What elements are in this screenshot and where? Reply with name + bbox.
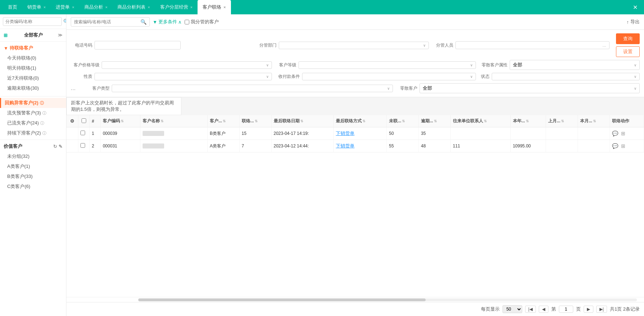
search-icon[interactable]: 🔍 <box>140 19 147 25</box>
search-field: 🔍 <box>71 17 150 27</box>
payment-terms-field: 收付款条件 ∨ <box>275 73 476 80</box>
sidebar-item-today-contact[interactable]: 今天待联络(0) <box>0 53 66 63</box>
sort-method-icon[interactable]: ⇅ <box>362 119 365 123</box>
last-page-button[interactable]: ▶| <box>596 306 607 313</box>
settings-button[interactable]: 设置 <box>616 46 640 57</box>
sort-date-icon[interactable]: ⇅ <box>300 119 303 123</box>
status-arrow-icon: ∨ <box>634 75 636 79</box>
search-input[interactable] <box>74 19 140 24</box>
close-sales-tab[interactable]: × <box>43 5 46 9</box>
grid-action-icon-2[interactable]: ⊞ <box>621 143 625 149</box>
close-purchase-tab[interactable]: × <box>72 5 74 9</box>
price-level-label: 客户价格等级 <box>71 62 99 68</box>
sort-uncontacted-icon[interactable]: ⇅ <box>402 119 405 123</box>
nav-tab-product-analysis-list[interactable]: 商品分析列表 × <box>112 0 155 14</box>
gender-select[interactable]: ∨ <box>94 73 272 80</box>
td-contact-count-2: 7 <box>239 140 271 152</box>
scrollbar-thumb[interactable] <box>138 298 426 301</box>
td-this-year-1 <box>510 127 546 140</box>
retail-customer-arrow-icon: ∨ <box>634 86 636 90</box>
sidebar-item-7days-contact[interactable]: 近7天待联络(0) <box>0 73 66 83</box>
sidebar-item-lost-warning[interactable]: 流失预警客户(3) ⓘ <box>0 108 66 118</box>
phone-field: 电话号码 <box>71 41 249 49</box>
sort-contact-icon[interactable]: ⇅ <box>255 119 258 123</box>
sort-lastmonth-icon[interactable]: ⇅ <box>561 119 564 123</box>
branch-dept-select[interactable]: ∨ <box>279 42 429 49</box>
close-contact-tab[interactable]: × <box>223 5 226 9</box>
sort-code-icon[interactable]: ⇅ <box>121 119 124 123</box>
sidebar-item-declining[interactable]: 持续下滑客户(2) ⓘ <box>0 128 66 138</box>
sort-name-icon[interactable]: ⇅ <box>161 119 163 123</box>
status-select[interactable]: ∨ <box>492 73 640 80</box>
nav-tab-purchase[interactable]: 进货单 × <box>51 0 79 14</box>
my-customers-checkbox[interactable] <box>185 20 189 24</box>
sidebar-item-tomorrow-contact[interactable]: 明天待联络(1) <box>0 63 66 73</box>
first-page-button[interactable]: |◀ <box>525 306 536 313</box>
close-all-tabs-button[interactable]: ✕ <box>629 4 641 11</box>
page-unit-label: 页 <box>576 306 581 312</box>
horizontal-scrollbar[interactable] <box>66 297 644 302</box>
th-customer-name: 客户名称⇅ <box>140 115 207 127</box>
more-conditions-dots[interactable]: ... <box>71 85 75 91</box>
query-button[interactable]: 查询 <box>616 33 640 44</box>
settings-icon[interactable]: ⚙ <box>70 118 74 124</box>
method-link-1[interactable]: 下销货单 <box>336 131 355 136</box>
td-actions-1: 💬 ⊞ <box>610 127 644 140</box>
next-page-button[interactable]: ▶ <box>584 306 593 313</box>
pagination-bar: 每页显示 50 20 100 |◀ ◀ 第 页 ▶ ▶| 共1页 2条记录 <box>66 302 644 316</box>
export-icon: ↑ <box>627 19 629 25</box>
row2-checkbox[interactable] <box>80 143 85 148</box>
sidebar-item-ungrouped[interactable]: 未分组(32) <box>0 151 66 161</box>
sidebar-item-already-lost[interactable]: 已流失客户(24) ⓘ <box>0 118 66 128</box>
row1-checkbox[interactable] <box>80 131 85 135</box>
prev-page-button[interactable]: ◀ <box>539 306 548 313</box>
td-company-contacts-1 <box>450 127 510 140</box>
branch-person-select[interactable]: … <box>455 41 610 49</box>
customer-level-arrow-icon: ∨ <box>470 63 473 67</box>
sort-thismonth-icon[interactable]: ⇅ <box>593 119 596 123</box>
edit-icon[interactable]: ✎ <box>59 144 62 149</box>
customer-type-select[interactable]: ∨ <box>112 85 393 92</box>
sort-year-icon[interactable]: ⇅ <box>526 119 529 123</box>
chat-icon-2[interactable]: 💬 <box>612 143 618 149</box>
method-link-2[interactable]: 下销货单 <box>336 143 355 148</box>
status-label: 状态 <box>479 74 490 80</box>
close-segmentation-tab[interactable]: × <box>190 5 193 9</box>
select-all-checkbox[interactable] <box>82 118 86 123</box>
retail-customer-select[interactable]: 全部 ∨ <box>420 83 640 93</box>
value-customers-header[interactable]: 价值客户 ↻ ✎ <box>0 141 66 151</box>
grid-action-icon-1[interactable]: ⊞ <box>621 131 625 136</box>
per-page-select[interactable]: 50 20 100 <box>502 305 522 313</box>
th-last-contact-date: 最后联络日期⇅ <box>271 115 333 127</box>
nav-tab-sales[interactable]: 销货单 × <box>22 0 51 14</box>
nav-tab-customer-segmentation[interactable]: 客户分层经营 × <box>155 0 198 14</box>
sidebar-search-icon[interactable]: 🔍 <box>63 19 66 24</box>
sort-type-icon[interactable]: ⇅ <box>223 119 226 123</box>
close-product-analysis-tab[interactable]: × <box>105 5 107 9</box>
price-level-select[interactable]: ∨ <box>102 61 272 69</box>
waiting-contact-group-title[interactable]: ▼ 待联络客户 <box>0 43 66 53</box>
sidebar-collapse-btn[interactable]: ≫ <box>58 33 62 38</box>
export-button[interactable]: ↑ 导出 <box>627 19 640 25</box>
phone-input[interactable] <box>94 41 181 49</box>
retail-attr-select[interactable]: 全部 ∨ <box>510 60 640 70</box>
sort-overdue-icon[interactable]: ⇅ <box>434 119 437 123</box>
sidebar-item-overdue-contact[interactable]: 逾期未联络(30) <box>0 83 66 93</box>
payment-terms-select[interactable]: ∨ <box>302 73 476 80</box>
close-product-list-tab[interactable]: × <box>148 5 150 9</box>
sidebar-search-input[interactable] <box>3 17 62 26</box>
nav-tab-home[interactable]: 首页 <box>3 0 22 14</box>
sidebar-item-repeat-purchase[interactable]: 回购异常客户(2) ⓘ <box>0 98 66 108</box>
customer-level-select[interactable]: ∨ <box>298 61 476 69</box>
chat-icon-1[interactable]: 💬 <box>612 131 618 136</box>
sort-company-icon[interactable]: ⇅ <box>484 119 487 123</box>
more-conditions-button[interactable]: ▼ 更多条件 ∧ <box>153 19 182 25</box>
nav-tab-product-analysis[interactable]: 商品分析 × <box>79 0 112 14</box>
sidebar-item-c-class[interactable]: C类客户(6) <box>0 181 66 192</box>
sidebar-item-b-class[interactable]: B类客户(33) <box>0 171 66 181</box>
page-input[interactable] <box>559 306 573 313</box>
nav-tab-customer-contact[interactable]: 客户联络 × <box>198 0 231 14</box>
refresh-icon[interactable]: ↻ <box>53 144 57 149</box>
repeat-purchase-info-icon[interactable]: ⓘ <box>40 100 44 106</box>
sidebar-item-a-class[interactable]: A类客户(1) <box>0 161 66 171</box>
